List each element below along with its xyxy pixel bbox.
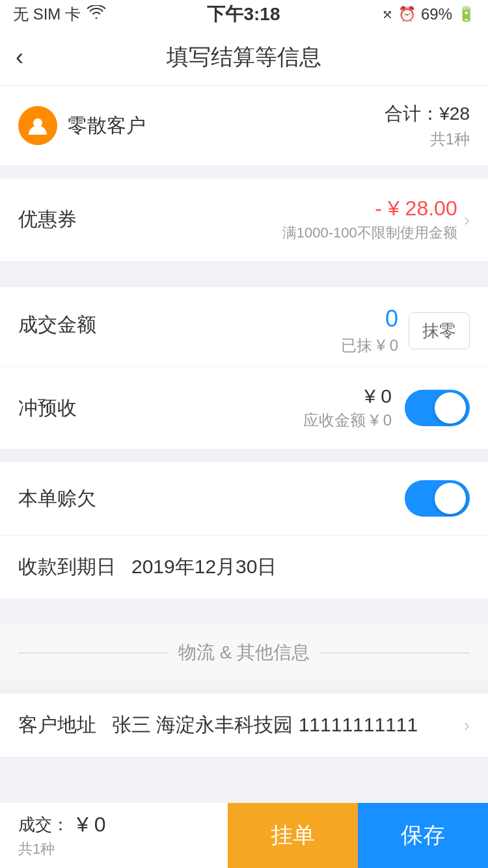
already-rounded-label: 已抹 ¥ 0 [341,335,398,356]
logistics-header: 物流 & 其他信息 [0,625,488,681]
prereceive-right: ¥ 0 应收金额 ¥ 0 [303,385,470,431]
transaction-section: 成交金额 0 已抹 ¥ 0 抹零 冲预收 ¥ 0 应收金额 ¥ 0 [0,287,488,449]
bottom-deal-amount: ¥ 0 [77,813,105,837]
customer-name: 零散客户 [68,113,146,139]
toggle-knob [435,392,466,424]
bottom-bar: 成交： ¥ 0 共1种 挂单 保存 [0,803,488,868]
logistics-label: 物流 & 其他信息 [178,640,310,665]
debt-toggle-knob [435,483,466,514]
location-icon: ⤧ [382,7,393,22]
page-title: 填写结算等信息 [167,42,321,72]
transaction-right: 0 已抹 ¥ 0 抹零 [341,305,470,356]
round-zero-button[interactable]: 抹零 [409,312,470,349]
coupon-right: - ¥ 28.00 满1000-100不限制使用金额 › [282,197,470,243]
address-section[interactable]: 客户地址 张三 海淀永丰科技园 11111111111 › [0,694,488,757]
content-area: 零散客户 合计：¥28 共1种 优惠券 - ¥ 28.00 满1000-100不… [0,86,488,835]
prereceive-amounts: ¥ 0 应收金额 ¥ 0 [303,385,392,431]
nav-bar: ‹ 填写结算等信息 [0,29,488,86]
address-value: 张三 海淀永丰科技园 11111111111 [112,712,464,739]
logistics-section: 物流 & 其他信息 [0,625,488,681]
chevron-right-icon: › [464,210,470,230]
customer-right: 合计：¥28 共1种 [385,102,470,150]
transaction-row: 成交金额 0 已抹 ¥ 0 抹零 [0,287,488,356]
coupon-info: - ¥ 28.00 满1000-100不限制使用金额 [282,197,457,243]
coupon-description: 满1000-100不限制使用金额 [282,223,457,243]
address-chevron-icon: › [464,715,470,736]
customer-left: 零散客户 [18,106,146,145]
prereceive-row: 冲预收 ¥ 0 应收金额 ¥ 0 [0,366,488,449]
avatar [18,106,57,145]
wifi-icon [87,5,105,23]
due-date-row: 收款到期日 2019年12月30日 [0,535,488,599]
prereceive-label: 冲预收 [18,395,77,422]
receivable-label: 应收金额 ¥ 0 [303,410,392,431]
customer-section: 零散客户 合计：¥28 共1种 [0,86,488,165]
debt-toggle[interactable] [405,480,470,517]
bottom-item-count: 共1种 [18,839,210,859]
section-gap-1 [0,274,488,287]
coupon-amount: - ¥ 28.00 [282,197,457,221]
prereceive-amount: ¥ 0 [303,385,392,407]
status-left: 无 SIM 卡 [13,4,105,25]
hang-order-button[interactable]: 挂单 [228,803,358,868]
battery-label: 69% [421,5,452,23]
customer-row: 零散客户 合计：¥28 共1种 [0,86,488,165]
status-bar: 无 SIM 卡 下午3:18 ⤧ ⏰ 69% 🔋 [0,0,488,29]
bottom-info: 成交： ¥ 0 共1种 [0,813,228,859]
status-time: 下午3:18 [207,2,280,27]
sim-label: 无 SIM 卡 [13,4,81,25]
prereceive-toggle[interactable] [405,390,470,426]
status-right: ⤧ ⏰ 69% 🔋 [382,5,475,23]
section-gap-2 [0,449,488,462]
bottom-deal-label: 成交： [18,813,69,836]
transaction-amount[interactable]: 0 [341,305,398,332]
coupon-row[interactable]: 优惠券 - ¥ 28.00 满1000-100不限制使用金额 › [0,178,488,261]
due-date-label: 收款到期日 [18,554,116,580]
address-row[interactable]: 客户地址 张三 海淀永丰科技园 11111111111 › [0,694,488,757]
coupon-label: 优惠券 [18,206,77,233]
item-count: 共1种 [385,129,470,150]
bottom-deal-row: 成交： ¥ 0 [18,813,210,837]
address-label: 客户地址 [18,712,96,739]
due-date-value: 2019年12月30日 [131,554,277,580]
total-amount: 合计：¥28 [385,102,470,126]
transaction-label: 成交金额 [18,305,96,344]
coupon-section[interactable]: 优惠券 - ¥ 28.00 满1000-100不限制使用金额 › [0,178,488,261]
debt-row: 本单赊欠 [0,462,488,535]
save-button[interactable]: 保存 [358,803,488,868]
alarm-icon: ⏰ [398,6,416,23]
debt-section: 本单赊欠 收款到期日 2019年12月30日 [0,462,488,599]
battery-icon: 🔋 [457,6,475,23]
back-button[interactable]: ‹ [16,44,23,71]
transaction-amount-area: 0 已抹 ¥ 0 [341,305,398,356]
section-gap-3 [0,612,488,625]
debt-label: 本单赊欠 [18,485,96,512]
bottom-actions: 挂单 保存 [228,803,488,868]
